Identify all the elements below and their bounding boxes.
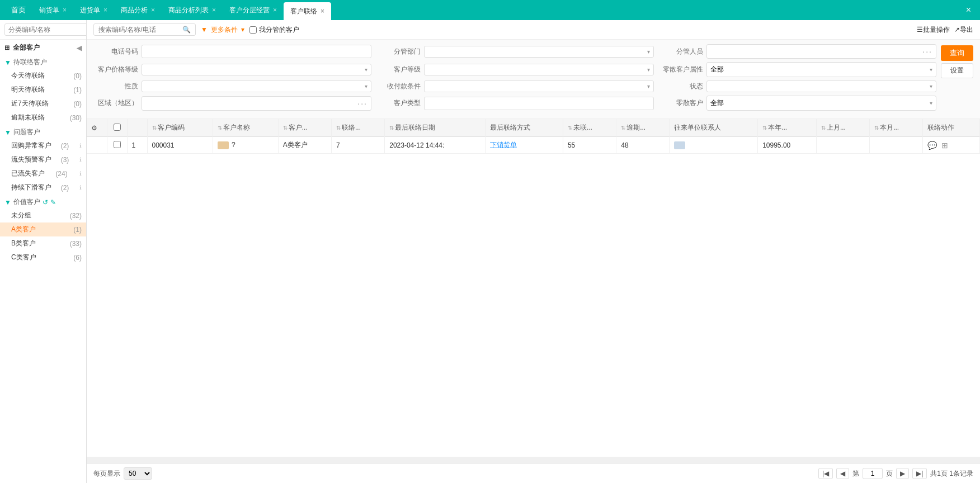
payment-label: 收付款条件: [376, 82, 421, 91]
sidebar-tomorrow-contact[interactable]: 明天待联络 (1): [0, 83, 86, 97]
close-product-tab[interactable]: ×: [151, 6, 155, 14]
sidebar-collapse-btn[interactable]: ◀: [77, 44, 82, 52]
sidebar-today-contact[interactable]: 今天待联络 (0): [0, 69, 86, 83]
sort-icon-date: ⇅: [389, 125, 394, 131]
problem-customers-group[interactable]: ▼ 问题客户: [0, 125, 86, 139]
sidebar-lost-customers[interactable]: 已流失客户 (24) ℹ: [0, 167, 86, 181]
th-contact[interactable]: ⇅ 联络...: [331, 119, 384, 137]
th-checkbox: [107, 119, 127, 137]
sidebar-unclassified[interactable]: 未分组 (32): [0, 209, 86, 222]
th-name[interactable]: ⇅ 客户名称: [213, 119, 278, 137]
pending-contact-group[interactable]: ▼ 待联络客户: [0, 55, 86, 69]
last-method-link[interactable]: 下销货单: [490, 141, 517, 149]
row-no-contact: 55: [563, 137, 616, 154]
qr-icon[interactable]: ⊞: [941, 141, 948, 150]
nature-select[interactable]: ▾: [142, 80, 371, 92]
filter-retail: 零散客户 全部 ▾: [658, 96, 936, 111]
page-input[interactable]: [863, 468, 883, 479]
filter-payment: 收付款条件 ▾: [376, 80, 654, 92]
last-page-btn[interactable]: ▶|: [912, 468, 927, 479]
region-select[interactable]: ···: [142, 96, 371, 111]
my-customers-checkbox[interactable]: [249, 26, 257, 34]
person-dots-icon[interactable]: ···: [922, 47, 932, 56]
payment-select[interactable]: ▾: [424, 80, 654, 92]
th-code[interactable]: ⇅ 客户编码: [147, 119, 213, 137]
per-page-select[interactable]: 50 100 200: [124, 467, 152, 480]
retail-attr-select[interactable]: 全部 ▾: [706, 62, 936, 77]
th-last-method[interactable]: 最后联络方式: [485, 119, 563, 137]
settings-button[interactable]: 设置: [941, 63, 973, 78]
sort-icon-overdue: ⇅: [621, 125, 625, 131]
main-layout: 🔍 ⊞ 全部客户 ◀ ▼ 待联络客户 今天待联络 (0) 明天待联络 (1) 近…: [0, 20, 980, 483]
region-dots-icon[interactable]: ···: [357, 99, 368, 108]
table-container: ⚙ ⇅ 客户编码: [87, 119, 980, 457]
sidebar-c-class[interactable]: C类客户 (6): [0, 250, 86, 264]
th-overdue[interactable]: ⇅ 逾期...: [616, 119, 670, 137]
sidebar-a-class[interactable]: A类客户 (1): [0, 222, 86, 236]
next-page-btn[interactable]: ▶: [896, 468, 909, 479]
nav-sales[interactable]: 销货单 ×: [32, 0, 73, 20]
close-product-list-tab[interactable]: ×: [212, 6, 216, 14]
sidebar-repurchase-abnormal[interactable]: 回购异常客户 (2) ℹ: [0, 139, 86, 153]
sidebar-overdue-contact[interactable]: 逾期未联络 (30): [0, 111, 86, 125]
th-last-date[interactable]: ⇅ 最后联络日期: [385, 119, 486, 137]
sidebar-search-input[interactable]: [4, 23, 87, 36]
row-select-checkbox[interactable]: [114, 141, 121, 148]
th-type[interactable]: ⇅ 客户...: [278, 119, 331, 137]
close-all-btn[interactable]: ×: [962, 5, 976, 15]
prev-page-btn[interactable]: ◀: [836, 468, 849, 479]
nav-product-list[interactable]: 商品分析列表 ×: [162, 0, 223, 20]
dept-select[interactable]: ▾: [424, 46, 654, 58]
first-page-btn[interactable]: |◀: [818, 468, 833, 479]
close-sales-tab[interactable]: ×: [63, 6, 67, 14]
select-all-checkbox[interactable]: [114, 124, 121, 131]
th-unit-contact[interactable]: 往来单位联系人: [670, 119, 758, 137]
sidebar-declining-customers[interactable]: 持续下滑客户 (2) ℹ: [0, 181, 86, 195]
th-this-month[interactable]: ⇅ 本月...: [870, 119, 923, 137]
customer-type-input[interactable]: [424, 97, 654, 110]
edit-icon[interactable]: ✎: [50, 198, 56, 206]
phone-label: 电话号码: [93, 47, 138, 56]
filter-price-level: 客户价格等级 ▾: [93, 64, 371, 75]
sidebar-b-class[interactable]: B类客户 (33): [0, 236, 86, 250]
phone-input[interactable]: [142, 45, 371, 58]
row-checkbox: [107, 137, 127, 154]
export-btn[interactable]: ↗ 导出: [954, 25, 973, 35]
close-contact-tab[interactable]: ×: [321, 7, 324, 15]
nav-customer-contact[interactable]: 客户联络 ×: [284, 2, 331, 20]
nav-customer-segment[interactable]: 客户分层经营 ×: [223, 0, 284, 20]
person-select[interactable]: ···: [706, 44, 936, 59]
batch-ops-btn[interactable]: ☰ 批量操作: [917, 25, 950, 35]
customer-type-label: 客户类型: [376, 98, 421, 108]
main-search-input[interactable]: [98, 26, 182, 34]
th-last-month[interactable]: ⇅ 上月...: [816, 119, 869, 137]
retail-attr-arrow-icon: ▾: [930, 67, 932, 73]
main-search-icon[interactable]: 🔍: [182, 26, 191, 34]
my-customers-filter[interactable]: 我分管的客户: [249, 25, 299, 35]
sidebar-lost-warning[interactable]: 流失预警客户 (3) ℹ: [0, 153, 86, 167]
status-select[interactable]: ▾: [706, 80, 936, 92]
more-filters-btn[interactable]: ▼ 更多条件 ▾: [199, 25, 246, 35]
table-scrollbar[interactable]: [87, 457, 980, 463]
refresh-icon[interactable]: ↺: [43, 198, 48, 206]
all-customers-section: ⊞ 全部客户 ◀: [0, 40, 86, 55]
filter-row-3: 性质 ▾ 收付款条件 ▾: [93, 80, 936, 92]
nav-home[interactable]: 首页: [4, 5, 32, 15]
settings-icon[interactable]: ⚙: [91, 124, 97, 132]
nav-product-analysis[interactable]: 商品分析 ×: [114, 0, 162, 20]
nav-purchase[interactable]: 进货单 ×: [73, 0, 114, 20]
th-no-contact[interactable]: ⇅ 未联...: [563, 119, 616, 137]
grid-icon: ⊞: [4, 44, 10, 51]
sidebar-7days-contact[interactable]: 近7天待联络 (0): [0, 97, 86, 111]
filter-row-2: 客户价格等级 ▾ 客户等级 ▾: [93, 62, 936, 77]
chat-icon[interactable]: 💬: [927, 141, 937, 150]
close-purchase-tab[interactable]: ×: [103, 6, 107, 14]
price-level-select[interactable]: ▾: [142, 64, 371, 75]
customer-level-select[interactable]: ▾: [424, 64, 654, 75]
sidebar-search-area: 🔍: [0, 20, 86, 40]
query-button[interactable]: 查询: [941, 45, 973, 61]
retail-select[interactable]: 全部 ▾: [706, 96, 936, 111]
info-icon-3: ℹ: [79, 171, 82, 177]
close-segment-tab[interactable]: ×: [273, 6, 277, 14]
th-this-year[interactable]: ⇅ 本年...: [758, 119, 817, 137]
